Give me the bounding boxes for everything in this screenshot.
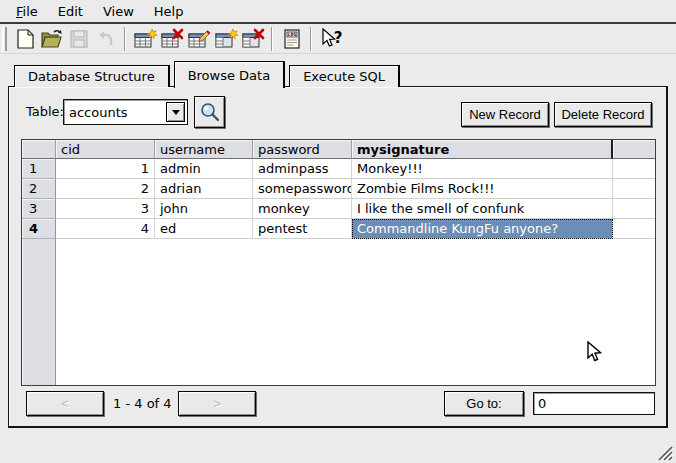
delete-index-button[interactable] [239, 25, 266, 52]
delete-index-icon [241, 28, 265, 50]
cell-mysignature-selected[interactable]: Commandline KungFu anyone? [352, 219, 613, 239]
combo-dropdown-button[interactable] [166, 102, 185, 122]
search-button[interactable] [194, 96, 225, 128]
cell-filler [613, 219, 655, 239]
save-database-button[interactable] [65, 25, 92, 52]
menu-bar: File Edit View Help [0, 0, 676, 22]
column-header-username[interactable]: username [155, 140, 253, 159]
delete-table-button[interactable] [158, 25, 185, 52]
tab-database-structure[interactable]: Database Structure [14, 65, 170, 87]
cell-password[interactable]: somepassword [253, 179, 352, 199]
cell-cid[interactable]: 4 [56, 219, 155, 239]
whats-this-icon: ? [318, 28, 344, 50]
cell-username[interactable]: admin [155, 159, 253, 179]
cell-username[interactable]: john [155, 199, 253, 219]
sql-log-icon: LOG [281, 28, 303, 50]
cell-filler [613, 159, 655, 179]
cell-password[interactable]: adminpass [253, 159, 352, 179]
delete-record-button[interactable]: Delete Record [554, 102, 652, 127]
browse-data-pane: Table: accounts New Record Delete Record… [8, 86, 668, 428]
cell-mysignature[interactable]: Monkey!!! [352, 159, 613, 179]
create-index-icon [214, 28, 238, 50]
status-bar [0, 430, 676, 463]
new-database-icon [14, 28, 36, 50]
tab-browse-data[interactable]: Browse Data [174, 61, 286, 88]
table-select[interactable]: accounts [63, 99, 188, 125]
save-floppy-icon [68, 28, 90, 50]
open-database-button[interactable] [38, 25, 65, 52]
new-record-button[interactable]: New Record [461, 102, 549, 127]
record-range-label: 1 - 4 of 4 [113, 396, 172, 411]
cell-cid[interactable]: 3 [56, 199, 155, 219]
create-table-icon [133, 28, 157, 50]
undo-arrow-icon [95, 28, 117, 50]
revert-changes-button[interactable] [92, 25, 119, 52]
open-folder-icon [40, 28, 64, 50]
magnifier-icon [199, 101, 221, 123]
next-page-button[interactable]: > [178, 391, 256, 416]
svg-text:LOG: LOG [287, 32, 296, 37]
modify-table-button[interactable] [185, 25, 212, 52]
goto-button[interactable]: Go to: [444, 391, 524, 416]
cell-cid[interactable]: 2 [56, 179, 155, 199]
row-header[interactable]: 2 [22, 179, 56, 199]
row-header-filler [22, 239, 56, 385]
toolbar: LOG ? [0, 24, 676, 54]
cell-mysignature[interactable]: Zombie Films Rock!!! [352, 179, 613, 199]
new-database-button[interactable] [11, 25, 38, 52]
create-index-button[interactable] [212, 25, 239, 52]
cell-filler [613, 199, 655, 219]
goto-record-input[interactable] [533, 392, 655, 415]
cell-username[interactable]: adrian [155, 179, 253, 199]
table-label: Table: [26, 104, 64, 119]
cell-password[interactable]: pentest [253, 219, 352, 239]
toolbar-drag-handle[interactable] [2, 27, 7, 51]
create-table-button[interactable] [131, 25, 158, 52]
grid-empty-area [56, 239, 655, 385]
table-select-value: accounts [64, 105, 166, 120]
cell-filler [613, 179, 655, 199]
sql-log-button[interactable]: LOG [278, 25, 305, 52]
cell-password[interactable]: monkey [253, 199, 352, 219]
cell-cid[interactable]: 1 [56, 159, 155, 179]
row-header[interactable]: 3 [22, 199, 56, 219]
modify-table-icon [187, 28, 211, 50]
cell-username[interactable]: ed [155, 219, 253, 239]
cell-mysignature[interactable]: I like the smell of confunk [352, 199, 613, 219]
delete-table-icon [160, 28, 184, 50]
menu-edit[interactable]: Edit [48, 2, 93, 21]
toolbar-separator [310, 27, 312, 51]
menu-help[interactable]: Help [144, 2, 194, 21]
row-header[interactable]: 1 [22, 159, 56, 179]
row-header[interactable]: 4 [22, 219, 56, 239]
column-header-cid[interactable]: cid [56, 140, 155, 159]
toolbar-separator [271, 27, 273, 51]
column-header-password[interactable]: password [253, 140, 352, 159]
grid-corner-cell[interactable] [22, 140, 56, 159]
tab-bar: Database Structure Browse Data Execute S… [14, 61, 404, 87]
toolbar-separator [124, 27, 126, 51]
resize-grip-icon[interactable] [657, 446, 673, 461]
whats-this-button[interactable]: ? [317, 25, 344, 52]
menu-file[interactable]: File [6, 2, 48, 21]
menu-view[interactable]: View [93, 2, 144, 21]
previous-page-button[interactable]: < [26, 391, 104, 416]
tab-execute-sql[interactable]: Execute SQL [289, 65, 400, 87]
svg-text:?: ? [333, 29, 342, 47]
column-header-filler [613, 140, 655, 159]
chevron-down-icon [172, 110, 180, 115]
data-grid: cid username password mysignature 1 1 ad… [21, 139, 656, 386]
column-header-mysignature[interactable]: mysignature [352, 140, 613, 159]
